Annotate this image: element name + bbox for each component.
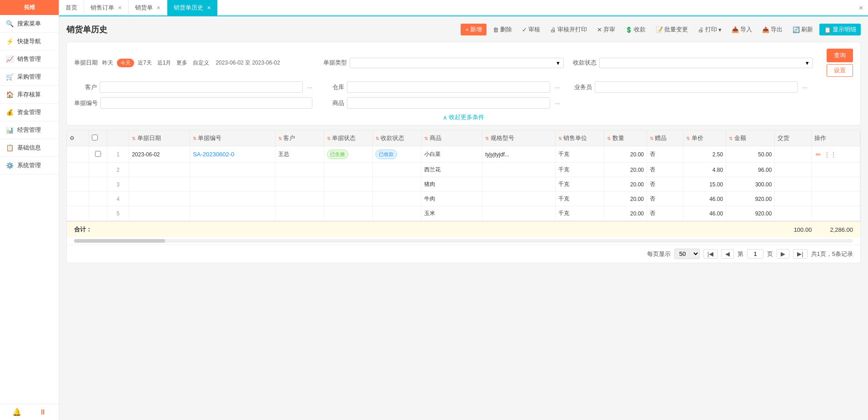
delete-button[interactable]: 🗑 删除 <box>489 24 516 35</box>
cell-price: 15.00 <box>683 177 726 192</box>
shortcut-yesterday[interactable]: 昨天 <box>100 58 115 68</box>
first-page-button[interactable]: |◀ <box>703 249 717 259</box>
row-checkbox[interactable] <box>95 151 101 157</box>
query-button[interactable]: 查询 <box>827 49 853 62</box>
sidebar-item-ops-mgmt[interactable]: 📊 经营管理 <box>0 121 59 139</box>
print-button[interactable]: 🖨 打印 ▾ <box>694 24 725 35</box>
shortcut-more[interactable]: 更多 <box>175 58 189 68</box>
col-amount[interactable]: ⇅ 金额 <box>726 130 775 146</box>
shortcut-custom[interactable]: 自定义 <box>191 58 211 68</box>
col-pay-status[interactable]: ⇅ 收款状态 <box>373 130 421 146</box>
col-gear[interactable]: ⚙ <box>67 130 89 146</box>
audit-print-button[interactable]: 🖨 审核并打印 <box>547 24 591 35</box>
tab-close-icon[interactable]: ✕ <box>207 5 211 11</box>
cell-doc-no[interactable] <box>190 163 276 177</box>
collect-button[interactable]: 💲 收款 <box>622 24 649 35</box>
col-unit[interactable]: ⇅ 销售单位 <box>556 130 604 146</box>
more-action-button[interactable]: ⋮⋮ <box>823 151 838 158</box>
tab-sales-order[interactable]: 销售订单 ✕ <box>84 0 129 16</box>
row-check[interactable] <box>89 163 107 177</box>
tab-sales-invoice[interactable]: 销货单 ✕ <box>129 0 167 16</box>
sidebar-item-sales-mgmt[interactable]: 📈 销售管理 <box>0 50 59 68</box>
cell-doc-no[interactable] <box>190 192 276 206</box>
main-content: 首页 销售订单 ✕ 销货单 ✕ 销货单历史 ✕ ✕ 销货单历史 + 新增 <box>59 0 868 420</box>
col-doc-no[interactable]: ⇅ 单据编号 <box>190 130 276 146</box>
tab-close-icon[interactable]: ✕ <box>118 5 122 11</box>
filter-docno-item: 单据编号 <box>74 97 312 109</box>
cell-doc-no[interactable] <box>190 177 276 192</box>
sidebar-item-finance-mgmt[interactable]: 💰 资金管理 <box>0 104 59 121</box>
settings-button[interactable]: 设置 <box>827 64 853 77</box>
row-gear <box>67 206 89 221</box>
col-check[interactable] <box>89 130 107 146</box>
col-qty[interactable]: ⇅ 数量 <box>604 130 647 146</box>
scrollbar-thumb[interactable] <box>74 239 165 243</box>
filter-customer-input[interactable] <box>100 81 303 93</box>
check-all[interactable] <box>92 135 98 140</box>
sidebar-item-sys-mgmt[interactable]: ⚙️ 系统管理 <box>0 157 59 175</box>
filter-product-input[interactable] <box>347 97 550 109</box>
scrollbar-track[interactable] <box>74 239 853 243</box>
col-doc-date[interactable]: ⇅ 单据日期 <box>129 130 190 146</box>
agent-dots-icon[interactable]: ··· <box>802 84 808 91</box>
sidebar-item-quick-nav[interactable]: ⚡ 快捷导航 <box>0 33 59 50</box>
product-dots-icon[interactable]: ··· <box>555 100 560 107</box>
tab-bar-end-close[interactable]: ✕ <box>858 5 868 11</box>
import-button[interactable]: 📥 导入 <box>728 24 756 35</box>
col-gift[interactable]: ⇅ 赠品 <box>647 130 683 146</box>
tab-close-icon[interactable]: ✕ <box>156 5 161 11</box>
pause-icon[interactable]: ⏸ <box>39 408 46 416</box>
shortcut-today[interactable]: 今天 <box>117 59 134 67</box>
tab-sales-history[interactable]: 销货单历史 ✕ <box>167 0 218 16</box>
prev-page-button[interactable]: ◀ <box>721 249 734 259</box>
export-button[interactable]: 📤 导出 <box>758 24 786 35</box>
filter-paystatus-select[interactable]: ▾ <box>599 58 813 68</box>
customer-dots-icon[interactable]: ··· <box>307 84 313 91</box>
doc-no-link[interactable]: SA-20230602-0 <box>193 151 234 158</box>
per-page-select[interactable]: 10 20 50 100 <box>674 249 700 259</box>
collapse-button[interactable]: ∧ 收起更多条件 <box>443 113 484 121</box>
abandon-button[interactable]: ✕ 弃审 <box>593 24 619 35</box>
row-check[interactable] <box>89 146 107 163</box>
filter-warehouse-input[interactable] <box>347 81 550 93</box>
col-doc-status[interactable]: ⇅ 单据状态 <box>324 130 372 146</box>
shortcut-7days[interactable]: 近7天 <box>136 58 154 68</box>
cell-doc-date <box>129 206 190 221</box>
warehouse-dots-icon[interactable]: ··· <box>555 84 560 91</box>
sidebar-item-purchase-mgmt[interactable]: 🛒 采购管理 <box>0 68 59 86</box>
batch-change-button[interactable]: 📝 批量变更 <box>652 24 692 35</box>
next-page-button[interactable]: ▶ <box>777 249 789 259</box>
table-scroll[interactable]: ⚙ ⇅ 单据日期 ⇅ 单据编号 ⇅ 客户 ⇅ 单据状态 ⇅ 收款状态 ⇅ 商品 … <box>67 130 860 221</box>
tab-home[interactable]: 首页 <box>59 0 84 16</box>
shortcut-1month[interactable]: 近1月 <box>156 58 173 68</box>
new-button[interactable]: + 新增 <box>461 24 487 35</box>
cell-spec <box>482 177 556 192</box>
sidebar-item-base-info[interactable]: 📋 基础信息 <box>0 139 59 157</box>
filter-docno-input[interactable] <box>100 97 312 109</box>
col-spec[interactable]: ⇅ 规格型号 <box>482 130 556 146</box>
query-btn-group: 查询 设置 <box>827 49 853 77</box>
sidebar-item-search-menu[interactable]: 🔍 搜索菜单 <box>0 15 59 33</box>
edit-action-button[interactable]: ✏ <box>814 151 823 158</box>
row-check[interactable] <box>89 177 107 192</box>
col-customer[interactable]: ⇅ 客户 <box>275 130 324 146</box>
audit-button[interactable]: ✓ 审核 <box>518 24 544 35</box>
cell-doc-no[interactable] <box>190 206 276 221</box>
notification-icon[interactable]: 🔔 <box>12 408 21 416</box>
cell-doc-no[interactable]: SA-20230602-0 <box>190 146 276 163</box>
last-page-button[interactable]: ▶| <box>793 249 807 259</box>
date-value: 2023-06-02 至 2023-06-02 <box>216 59 280 67</box>
filter-agent-input[interactable] <box>595 81 798 93</box>
row-check[interactable] <box>89 192 107 206</box>
cell-price: 4.80 <box>683 163 726 177</box>
col-price[interactable]: ⇅ 单价 <box>683 130 726 146</box>
show-detail-button[interactable]: 📋 显示明细 <box>819 24 861 35</box>
col-product[interactable]: ⇅ 商品 <box>421 130 482 146</box>
table-header-row: ⚙ ⇅ 单据日期 ⇅ 单据编号 ⇅ 客户 ⇅ 单据状态 ⇅ 收款状态 ⇅ 商品 … <box>67 130 860 146</box>
page-number-input[interactable] <box>747 249 763 259</box>
row-check[interactable] <box>89 206 107 221</box>
filter-agent-label: 业务员 <box>569 83 592 91</box>
filter-doctype-select[interactable]: ▾ <box>350 58 563 68</box>
sidebar-item-inventory[interactable]: 🏠 库存核算 <box>0 86 59 104</box>
refresh-button[interactable]: 🔄 刷新 <box>789 24 817 35</box>
